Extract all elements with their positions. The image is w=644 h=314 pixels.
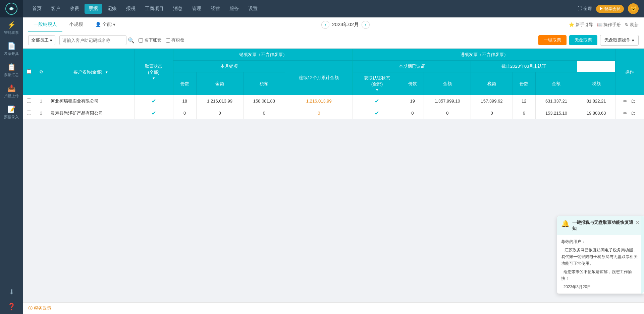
bottom-bar: ⓘ 税务政策 [23, 302, 644, 314]
sidebar-item-help[interactable]: ❓ [0, 299, 23, 314]
select-all-checkbox[interactable] [27, 69, 31, 74]
row2-b-tax: 19,808.63 [577, 107, 615, 119]
has-tax-disk-checkbox[interactable] [166, 38, 170, 43]
th-fetch-status: 取票状态(全部) ▼ [135, 49, 173, 95]
no-disk-fetch-btn[interactable]: 无盘取票 [569, 35, 597, 45]
row2-actions: ✏ 🗂 [615, 107, 644, 119]
nav-customer[interactable]: 客户 [47, 4, 64, 14]
nav-operation[interactable]: 经营 [207, 4, 224, 14]
row2-num: 2 [35, 107, 47, 119]
nav-billing[interactable]: 收费 [66, 4, 83, 14]
sidebar-item-invoice-summary[interactable]: 📋 票据汇总 [0, 60, 23, 81]
topnav: 首页 客户 收费 票据 记账 报税 工商项目 消息 管理 经营 服务 设置 ⛶ … [23, 0, 644, 17]
smart-fetch-icon: ⚡ [7, 21, 16, 29]
row1-b-tax: 81,822.21 [577, 95, 615, 107]
data-entry-icon: 📝 [7, 105, 16, 113]
nav-bookkeeping[interactable]: 记账 [103, 4, 121, 14]
row1-b-amount: 631,337.21 [535, 95, 577, 107]
tab-all[interactable]: 👤 全能 ▾ [90, 18, 121, 32]
row2-customer: 灵寿县尚泽矿产品有限公司 [47, 107, 135, 119]
customer-filter-icon[interactable]: ▼ [105, 70, 108, 74]
tab-bar: 一般纳税人 小规模 👤 全能 ▾ ‹ 2023年02月 › [23, 17, 644, 32]
tax-policy-link[interactable]: ⓘ 税务政策 [28, 305, 51, 311]
new-guide-btn[interactable]: ⭐ 新手引导 [569, 22, 593, 28]
fullscreen-btn[interactable]: ⛶ 全屏 [578, 6, 592, 12]
notif-scrollbar [641, 216, 644, 294]
th-action: 操作 [615, 49, 644, 95]
notification-close-btn[interactable]: ✕ [635, 219, 640, 226]
sidebar-item-label: 扫描上传 [4, 93, 19, 99]
row2-p-status: ✔ [353, 107, 401, 119]
notification-header: 🔔 一键报税与无盘取票功能恢复通知 ✕ [557, 216, 644, 235]
tab-general-taxpayer[interactable]: 一般纳税人 [28, 18, 62, 32]
vip-button[interactable]: ▶ 畅享会员 [596, 5, 624, 13]
notification-body: 尊敬的用户： 江苏政务网已恢复访问电子税务局功能，易代账一键登陆电子税务局与无盘… [557, 235, 644, 294]
toolbar: 全部员工 ▾ 🔍 名下账套 有税盘 一键取票 无盘取票 无盘取票操 [23, 32, 644, 49]
fetch-check-icon2: ✔ [152, 110, 156, 116]
sidebar-item-data-entry[interactable]: 📝 票据录入 [0, 102, 23, 123]
row1-check[interactable] [23, 95, 35, 107]
th-purchase-month: 本期期已认证 [353, 61, 471, 72]
sidebar: ⚡ 智能取票 📄 发票开具 📋 票据汇总 📤 扫描上传 📝 票据录入 ⬇ ❓ [0, 0, 23, 314]
th-settings: ⚙ [35, 49, 47, 95]
sidebar-logo[interactable] [0, 0, 23, 17]
sidebar-item-download[interactable]: ⬇ [0, 285, 23, 299]
fetch-check-icon: ✔ [152, 98, 156, 104]
fetch-status-filter-icon[interactable]: ▼ [152, 76, 155, 80]
sidebar-item-scan-upload[interactable]: 📤 扫描上传 [0, 81, 23, 102]
nav-tax[interactable]: 报税 [122, 4, 140, 14]
employee-select[interactable]: 全部员工 ▾ [28, 35, 55, 45]
search-button[interactable]: 🔍 [128, 37, 135, 44]
row2-sales-amount: 0 [196, 107, 243, 119]
nav-management[interactable]: 管理 [188, 4, 205, 14]
download-icon: ⬇ [9, 288, 14, 296]
th-b-count: 份数 [513, 72, 535, 95]
notif-content: 江苏政务网已恢复访问电子税务局功能，易代账一键登陆电子税务局与无盘取票相关功能可… [561, 247, 640, 267]
manual-btn[interactable]: 📖 操作手册 [597, 22, 621, 28]
purchase-check-icon: ✔ [375, 98, 379, 104]
tab-right-actions: ⭐ 新手引导 📖 操作手册 ↻ 刷新 [569, 22, 639, 28]
no-disk-more-btn[interactable]: 无盘取票操作 ▾ [600, 35, 639, 46]
nav-message[interactable]: 消息 [169, 4, 186, 14]
row1-sales-amount: 1,216,013.99 [196, 95, 243, 107]
row2-view-btn[interactable]: 🗂 [631, 110, 636, 116]
row2-sales-tax: 0 [243, 107, 285, 119]
purchase-status-filter[interactable]: ▼ [375, 88, 379, 92]
has-tax-disk-checkbox-label[interactable]: 有税盘 [166, 37, 184, 43]
row1-sales-continuous[interactable]: 1,216,013.99 [285, 95, 353, 107]
period-prev-btn[interactable]: ‹ [321, 21, 329, 29]
tax-policy-icon: ⓘ [28, 305, 33, 311]
notif-greeting: 尊敬的用户： [561, 238, 640, 245]
nav-business[interactable]: 工商项目 [141, 4, 168, 14]
under-account-checkbox[interactable] [139, 38, 143, 43]
table-row: 2 灵寿县尚泽矿产品有限公司 ✔ 0 0 0 0 ✔ 0 0 0 6 [23, 107, 644, 119]
invoice-summary-icon: 📋 [7, 63, 16, 71]
customer-search-input[interactable] [59, 35, 126, 45]
sidebar-item-smart-fetch[interactable]: ⚡ 智能取票 [0, 17, 23, 39]
row2-sales-continuous[interactable]: 0 [285, 107, 353, 119]
employee-select-chevron: ▾ [50, 38, 52, 43]
main-area: 首页 客户 收费 票据 记账 报税 工商项目 消息 管理 经营 服务 设置 ⛶ … [23, 0, 644, 314]
under-account-checkbox-label[interactable]: 名下账套 [139, 37, 162, 43]
one-click-fetch-btn[interactable]: 一键取票 [538, 35, 567, 45]
row2-sales-count: 0 [173, 107, 196, 119]
help-icon: ❓ [7, 303, 16, 311]
th-sales-month: 本月销项 [173, 61, 285, 72]
row2-edit-btn[interactable]: ✏ [623, 110, 628, 116]
row2-b-amount: 153,215.10 [535, 107, 577, 119]
period-next-btn[interactable]: › [362, 21, 370, 29]
notif-date: 2023年3月20日 [561, 284, 640, 290]
nav-settings[interactable]: 设置 [244, 4, 262, 14]
nav-service[interactable]: 服务 [225, 4, 243, 14]
nav-invoice[interactable]: 票据 [85, 4, 102, 14]
sidebar-item-invoice-open[interactable]: 📄 发票开具 [0, 39, 23, 60]
row2-check[interactable] [23, 107, 35, 119]
refresh-btn[interactable]: ↻ 刷新 [625, 22, 639, 28]
row1-view-btn[interactable]: 🗂 [631, 98, 636, 104]
user-avatar[interactable]: 🐱 [628, 3, 639, 14]
row1-p-count: 19 [401, 95, 424, 107]
nav-home[interactable]: 首页 [28, 4, 46, 14]
row1-edit-btn[interactable]: ✏ [623, 98, 628, 104]
toolbar-right: 一键取票 无盘取票 无盘取票操作 ▾ [538, 35, 639, 46]
tab-small-scale[interactable]: 小规模 [64, 18, 89, 32]
